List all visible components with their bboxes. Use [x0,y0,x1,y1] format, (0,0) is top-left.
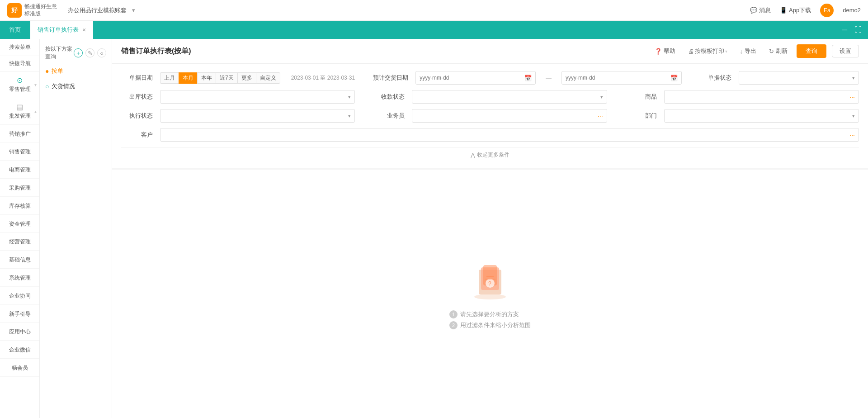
sidebar-item-vip[interactable]: 畅会员 [0,359,39,377]
date-tab-this-year[interactable]: 本年 [197,72,216,84]
customer-label: 客户 [121,131,153,139]
refresh-icon: ↻ [769,48,774,55]
top-header: 好 畅捷通好生意 标准版 办公用品行业模拟账套 ▾ 💬 消息 📱 App下载 E… [0,0,868,21]
collapse-panel-button[interactable]: « [97,48,106,57]
sidebar-item-enterprise[interactable]: 企业协同 [0,287,39,305]
page-title-bar: 销售订单执行表(按单) ❓ 帮助 🖨 按模板打印 ▾ ↓ [112,39,868,64]
add-plan-button[interactable]: + [74,48,83,57]
search-button[interactable]: 查询 [797,44,826,58]
date-tab-this-month[interactable]: 本月 [179,72,197,84]
goods-select[interactable]: ··· [664,90,859,104]
date-from-input[interactable]: 📅 [415,71,536,85]
date-to-input[interactable]: 📅 [561,71,682,85]
retail-icon: ⊙ [17,76,23,85]
date-tab-more[interactable]: 更多 [237,72,256,84]
svg-text:?: ? [488,280,491,287]
logo-icon: 好 [7,3,22,18]
payment-label: 收款状态 [373,93,405,101]
payment-select[interactable]: ▾ [412,90,607,104]
help-button[interactable]: ❓ 帮助 [651,45,679,57]
salesman-label: 业务员 [373,112,405,120]
retail-arrow-icon: ▾ [34,82,37,87]
sidebar-item-sales[interactable]: 销售管理 [0,142,39,161]
date-tab-7-days[interactable]: 近7天 [216,72,237,84]
sidebar-quick-nav[interactable]: 快捷导航 [0,56,39,71]
tip-item-1: 1 请先选择要分析的方案 [449,310,531,318]
tab-bar-actions: ─ ⛶ [840,24,868,36]
sidebar-item-marketing[interactable]: 营销推广 [0,125,39,143]
dept-dropdown-icon: ▾ [852,113,855,119]
tab-minimize-button[interactable]: ─ [840,24,850,36]
logo-area[interactable]: 好 畅捷通好生意 标准版 [7,3,57,18]
date-tabs-group: 上月 本月 本年 近7天 更多 自定义 [160,72,280,84]
settings-button[interactable]: 设置 [832,45,859,57]
app-download-button[interactable]: 📱 App下载 [780,6,811,14]
filter-section: 单据日期 上月 本月 本年 近7天 更多 自定义 2023-03-01 至 20… [112,64,868,168]
salesman-more-icon[interactable]: ··· [598,112,603,119]
sidebar-item-finance[interactable]: 资金管理 [0,215,39,233]
sidebar-item-purchase[interactable]: 采购管理 [0,179,39,197]
status-select[interactable]: ▾ [739,71,859,85]
collapse-icon: ⋀ [471,152,475,158]
date-to-field[interactable] [566,75,668,81]
outbound-dropdown-icon: ▾ [348,94,351,100]
header-left: 好 畅捷通好生意 标准版 办公用品行业模拟账套 ▾ [7,3,135,18]
calendar-from-icon[interactable]: 📅 [524,75,532,81]
sidebar-item-app-center[interactable]: 应用中心 [0,323,39,341]
press-icon: ● [45,67,49,75]
tab-close-icon[interactable]: × [82,26,86,33]
exec-select[interactable]: ▾ [160,109,355,123]
date-tab-last-month[interactable]: 上月 [160,72,179,84]
download-icon: 📱 [780,7,787,14]
sidebar-search[interactable]: 搜索菜单 [0,39,39,56]
tab-bar: 首页 销售订单执行表 × ─ ⛶ [0,21,868,39]
customer-more-icon[interactable]: ··· [849,131,855,138]
app-title: 办公用品行业模拟账套 [68,6,127,14]
plan-item-press[interactable]: ● 按单 [40,63,112,79]
sidebar-item-newbie[interactable]: 新手引导 [0,305,39,323]
filter-row-1: 单据日期 上月 本月 本年 近7天 更多 自定义 2023-03-01 至 20… [121,71,859,85]
plan-item-owed[interactable]: ○ 欠货情况 [40,79,112,94]
salesman-select[interactable]: ··· [412,109,607,123]
sidebar-item-inventory[interactable]: 库存核算 [0,197,39,215]
tab-sales-order[interactable]: 销售订单执行表 × [30,21,93,39]
wholesale-icon: ▤ [16,103,23,111]
filter-row-3: 执行状态 ▾ 业务员 ··· 部门 ▾ [121,109,859,123]
sidebar-item-retail[interactable]: ⊙ 零售管理 ▾ [0,71,39,98]
tip-item-2: 2 用过滤条件来缩小分析范围 [449,321,531,329]
sidebar-item-system[interactable]: 系统管理 [0,269,39,287]
sidebar-item-wholesale[interactable]: ▤ 批发管理 ▴ [0,98,39,125]
print-button[interactable]: 🖨 按模板打印 ▾ [684,45,731,57]
edit-plan-button[interactable]: ✎ [85,48,94,57]
export-button[interactable]: ↓ 导出 [736,45,760,57]
outbound-select[interactable]: ▾ [160,90,355,104]
empty-state: ? 1 请先选择要分析的方案 2 用过滤条件来缩小分析范围 [112,170,868,418]
refresh-button[interactable]: ↻ 刷新 [765,45,791,57]
filter-row-2: 出库状态 ▾ 收款状态 ▾ 商品 ··· [121,90,859,104]
date-tab-custom[interactable]: 自定义 [256,72,280,84]
empty-illustration: ? [467,256,513,301]
dept-select[interactable]: ▾ [664,109,859,123]
app-title-dropdown-icon[interactable]: ▾ [132,7,135,14]
left-panel-header: 按以下方案查询 + ✎ « [40,43,112,63]
customer-select[interactable]: ··· [160,128,859,142]
print-icon: 🖨 [688,48,694,55]
wholesale-arrow-icon: ▴ [34,109,37,114]
tab-maximize-button[interactable]: ⛶ [852,24,864,36]
collapse-filter-button[interactable]: ⋀ 收起更多条件 [121,147,859,161]
owed-icon: ○ [45,83,49,90]
sidebar-item-wechat[interactable]: 企业微信 [0,341,39,359]
tab-home[interactable]: 首页 [0,21,30,39]
sidebar-item-operation[interactable]: 经营管理 [0,233,39,251]
user-name[interactable]: demo2 [843,7,861,14]
date-range-text: 2023-03-01 至 2023-03-31 [291,74,355,82]
message-button[interactable]: 💬 消息 [750,6,771,14]
outbound-label: 出库状态 [121,93,153,101]
date-from-field[interactable] [420,75,522,81]
user-avatar[interactable]: Ea [820,4,834,17]
sidebar-item-basic[interactable]: 基础信息 [0,251,39,269]
help-icon: ❓ [655,48,662,55]
sidebar-item-ecommerce[interactable]: 电商管理 [0,161,39,179]
calendar-to-icon[interactable]: 📅 [670,75,678,81]
goods-more-icon[interactable]: ··· [849,93,855,100]
